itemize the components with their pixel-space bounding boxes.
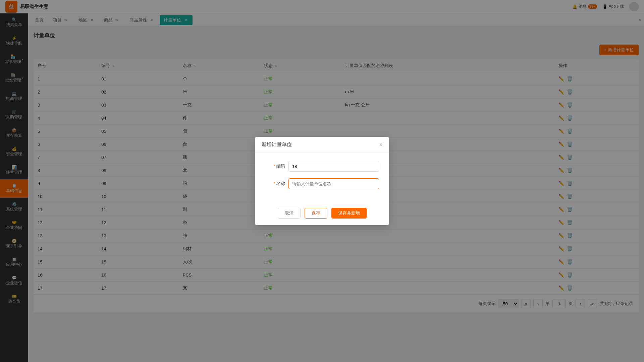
modal-body: 编码 名称	[255, 153, 389, 204]
modal-overlay: 新增计量单位 × 编码 名称 取消 保存 保存并新增	[0, 0, 644, 362]
save-and-new-button[interactable]: 保存并新增	[331, 208, 367, 219]
name-label: 名称	[265, 181, 285, 187]
modal-close-btn[interactable]: ×	[379, 142, 382, 148]
add-unit-modal: 新增计量单位 × 编码 名称 取消 保存 保存并新增	[255, 137, 389, 225]
save-button[interactable]: 保存	[305, 208, 327, 219]
code-input[interactable]	[288, 161, 379, 172]
modal-footer: 取消 保存 保存并新增	[255, 204, 389, 225]
code-label: 编码	[265, 163, 285, 169]
code-field-row: 编码	[265, 161, 379, 172]
name-field-row: 名称	[265, 178, 379, 189]
name-input[interactable]	[288, 178, 379, 189]
modal-title: 新增计量单位	[262, 141, 292, 148]
cancel-button[interactable]: 取消	[278, 208, 301, 219]
modal-header: 新增计量单位 ×	[255, 137, 389, 153]
